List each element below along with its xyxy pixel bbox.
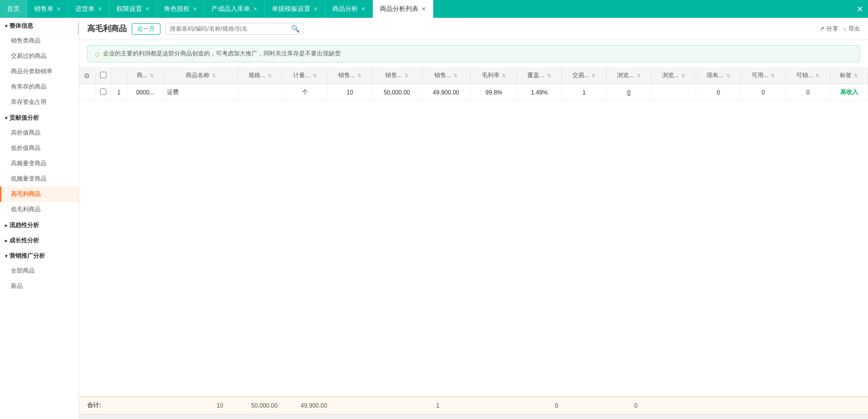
close-templates-tab[interactable]: ✕	[313, 6, 318, 12]
export-button[interactable]: ↓ 导出	[843, 25, 860, 33]
footer-trade: 1	[418, 402, 458, 409]
col-sales-amt[interactable]: 销售... ⇅	[372, 67, 421, 84]
close-warehouse-tab[interactable]: ✕	[253, 6, 257, 12]
col-browse2[interactable]: 浏览... ⇅	[651, 67, 696, 84]
col-sales-qty[interactable]: 销售... ⇅	[327, 67, 372, 84]
settings-icon[interactable]: ⚙	[84, 72, 90, 80]
nav-sales[interactable]: 销售单 ✕	[27, 0, 68, 18]
col-tag[interactable]: 标签 ⇅	[830, 67, 868, 84]
sidebar-group-marketing[interactable]: ▾ 营销推广分析	[0, 248, 79, 263]
sidebar-item-traded-goods[interactable]: 交易过的商品	[0, 48, 79, 64]
horizontal-scrollbar[interactable]	[79, 414, 868, 419]
sidebar-item-low-margin[interactable]: 低毛利商品	[0, 202, 79, 217]
row-sales-amt-cell: 50,000.00	[372, 84, 421, 101]
footer-empty5	[497, 402, 537, 409]
nav-analysis[interactable]: 商品分析 ✕	[325, 0, 373, 18]
sort-browse1-icon: ⇅	[637, 73, 641, 78]
footer-empty	[111, 402, 200, 409]
row-available1-cell: 0	[696, 84, 741, 101]
col-available2[interactable]: 可用... ⇅	[741, 67, 785, 84]
sort-spec-icon: ⇅	[268, 73, 272, 78]
col-settings[interactable]: ⚙	[79, 67, 95, 84]
nav-templates[interactable]: 单据模板设置 ✕	[265, 0, 325, 18]
nav-permissions[interactable]: 权限设置 ✕	[109, 0, 157, 18]
close-purchase-tab[interactable]: ✕	[98, 6, 102, 12]
sidebar-group-growth[interactable]: ▸ 成长性分析	[0, 233, 79, 248]
close-sales-tab[interactable]: ✕	[56, 6, 61, 12]
sort-name-icon: ⇅	[212, 73, 216, 78]
sidebar-group-wealth[interactable]: ▾ 贡献值分析	[0, 110, 79, 125]
sidebar-item-all-goods[interactable]: 全部商品	[0, 263, 79, 279]
col-coverage[interactable]: 覆盖... ⇅	[517, 67, 562, 84]
search-box: 🔍	[165, 23, 304, 35]
sort-available2-icon: ⇅	[771, 73, 775, 78]
select-all-checkbox[interactable]	[100, 72, 106, 78]
sidebar-group-trend[interactable]: ▸ 流趋性分析	[0, 217, 79, 233]
nav-purchase[interactable]: 进货单 ✕	[68, 0, 109, 18]
nav-warehouse[interactable]: 产成品入库单 ✕	[204, 0, 265, 18]
sort-code-icon: ⇅	[150, 73, 154, 78]
close-permissions-tab[interactable]: ✕	[145, 6, 150, 12]
col-code[interactable]: 商... ⇅	[127, 67, 163, 84]
footer-sales-profit: 49,900.00	[289, 402, 339, 409]
sidebar-item-low-freq[interactable]: 低频量变商品	[0, 171, 79, 186]
row-browse2-cell	[651, 84, 696, 101]
row-trade-cell: 1	[562, 84, 606, 101]
col-spec[interactable]: 规格... ⇅	[238, 67, 282, 84]
sidebar-item-high-freq[interactable]: 高频量变商品	[0, 156, 79, 171]
col-checkbox[interactable]	[95, 67, 111, 84]
row-checkbox-cell[interactable]	[95, 84, 111, 101]
sidebar-item-stock-goods[interactable]: 有库存的商品	[0, 79, 79, 94]
nav-roles[interactable]: 角色授权 ✕	[157, 0, 204, 18]
close-all-tabs-button[interactable]: ✕	[857, 4, 863, 14]
close-analysis-list-tab[interactable]: ✕	[421, 6, 426, 12]
overall-arrow-icon: ▾	[5, 23, 7, 29]
sidebar-toggle-button[interactable]: «	[78, 23, 79, 35]
sidebar-item-sales-goods[interactable]: 销售类商品	[0, 33, 79, 48]
col-saleable[interactable]: 可销... ⇅	[786, 67, 830, 84]
nav-analysis-list[interactable]: 商品分析列表 ✕	[373, 0, 433, 18]
search-input[interactable]	[170, 25, 291, 32]
sidebar-item-high-value[interactable]: 高价值商品	[0, 125, 79, 140]
footer-empty6	[576, 402, 616, 409]
sort-margin-rate-icon: ⇅	[502, 73, 506, 78]
row-available2-cell: 0	[741, 84, 785, 101]
sidebar-item-high-margin[interactable]: 高毛利商品	[0, 186, 79, 202]
row-name-cell[interactable]: 运费	[163, 84, 238, 101]
growth-arrow-icon: ▸	[5, 238, 7, 243]
col-sales-profit[interactable]: 销售... ⇅	[421, 67, 470, 84]
row-no-cell: 1	[111, 84, 127, 101]
footer-saleable: 0	[616, 402, 656, 409]
sort-trade-icon: ⇅	[592, 73, 596, 78]
info-icon: ◇	[95, 50, 100, 58]
col-margin-rate[interactable]: 毛利率 ⇅	[471, 67, 517, 84]
footer-empty3	[378, 402, 418, 409]
nav-home[interactable]: 首页	[0, 0, 27, 18]
sidebar-item-new-goods[interactable]: 新品	[0, 279, 79, 294]
row-browse1-cell[interactable]: 0	[607, 84, 651, 101]
close-analysis-tab[interactable]: ✕	[361, 6, 365, 12]
col-browse1[interactable]: 浏览... ⇅	[607, 67, 651, 84]
sidebar-group-overall[interactable]: ▾ 整体信息	[0, 18, 79, 33]
close-roles-tab[interactable]: ✕	[193, 6, 197, 12]
goods-table: ⚙ 商... ⇅ 商品名称 ⇅	[79, 67, 868, 101]
share-button[interactable]: ↗ 分享	[819, 25, 838, 33]
sort-coverage-icon: ⇅	[547, 73, 551, 78]
table-header-row: ⚙ 商... ⇅ 商品名称 ⇅	[79, 67, 868, 84]
period-button[interactable]: 近一月	[132, 23, 160, 35]
col-available1[interactable]: 现有... ⇅	[696, 67, 741, 84]
col-name[interactable]: 商品名称 ⇅	[163, 67, 238, 84]
col-trade[interactable]: 交易... ⇅	[562, 67, 606, 84]
main-layout: « ▾ 整体信息 销售类商品 交易过的商品 商品分类助销率 有库存的商品 库存资…	[0, 18, 868, 419]
sidebar-item-low-value[interactable]: 低价值商品	[0, 140, 79, 156]
sort-sales-amt-icon: ⇅	[405, 73, 408, 78]
search-icon[interactable]: 🔍	[291, 25, 300, 33]
export-icon: ↓	[843, 25, 846, 32]
sidebar-item-stock-fund[interactable]: 库存资金占用	[0, 94, 79, 110]
data-table-container: ⚙ 商... ⇅ 商品名称 ⇅	[79, 67, 868, 396]
col-no	[111, 67, 127, 84]
row-checkbox[interactable]	[100, 89, 106, 95]
col-unit[interactable]: 计量... ⇅	[283, 67, 327, 84]
row-tag-cell: 高收入	[830, 84, 868, 101]
sidebar-item-goods-assist[interactable]: 商品分类助销率	[0, 64, 79, 79]
